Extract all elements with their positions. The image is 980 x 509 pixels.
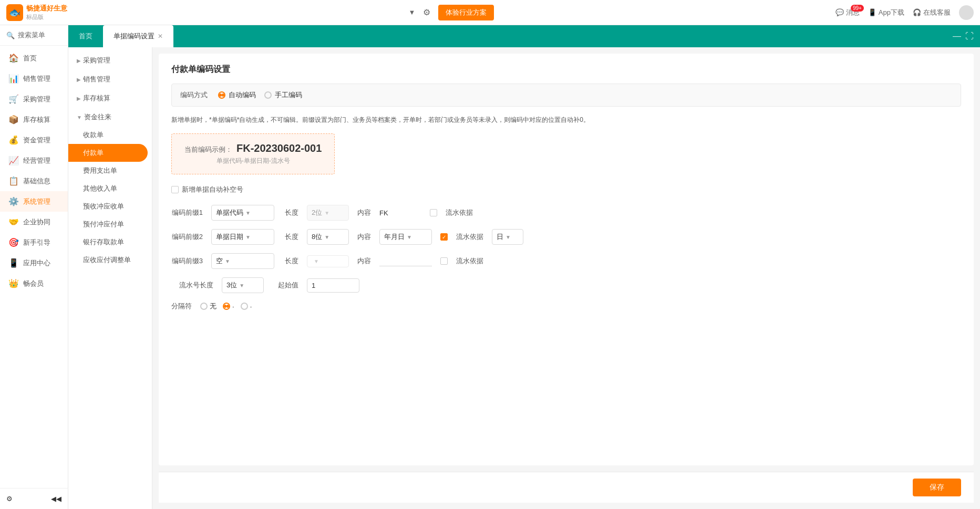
sub-sidebar: ▶ 采购管理 ▶ 销售管理 ▶ 库存核算 ▼ 资金往来 [68,47,152,509]
sub-nav-title-capital[interactable]: ▼ 资金往来 [68,108,152,126]
top-bar-center: ▼ ⚙ 体验行业方案 [408,5,494,20]
sidebar-item-guide[interactable]: 🎯 新手引导 [0,232,68,253]
period-select[interactable]: 日 ▼ [492,229,523,245]
settings-bottom-icon[interactable]: ⚙ [6,495,13,503]
main-panel: 付款单编码设置 编码方式 自动编码 手工编码 [159,54,974,465]
form-row-3: 编码前缀3 空 ▼ 长度 ▼ 内容 流水依据 [171,253,961,269]
sidebar-item-collab[interactable]: 🤝 企业协同 [0,212,68,232]
length2-select[interactable]: 8位 ▼ [307,229,349,245]
sep-radio-dot2[interactable] [241,303,248,310]
content-area: ▶ 采购管理 ▶ 销售管理 ▶ 库存核算 ▼ 资金往来 [68,47,980,509]
radio-manual-encoding[interactable]: 手工编码 [264,90,302,100]
arrow-right-icon-2: ▶ [77,77,81,82]
guide-icon: 🎯 [8,237,19,247]
sub-nav-title-purchase[interactable]: ▶ 采购管理 [68,51,152,69]
sidebar-item-inventory[interactable]: 📦 库存核算 [0,109,68,130]
sep-option-none[interactable]: 无 [200,302,216,311]
maximize-icon[interactable]: ⛶ [965,32,974,41]
sidebar-item-member[interactable]: 👑 畅会员 [0,273,68,294]
content2-select[interactable]: 年月日 ▼ [379,229,432,245]
sep-option-dot[interactable]: · [223,303,234,310]
prefix3-select[interactable]: 空 ▼ [211,253,274,269]
sidebar-item-base-info[interactable]: 📋 基础信息 [0,171,68,191]
chevron-down-icon-2: ▼ [324,210,329,216]
minimize-icon[interactable]: — [953,32,961,41]
app-download-item[interactable]: 📱 App下载 [868,8,904,17]
purchase-icon: 🛒 [8,94,19,104]
prefix1-select[interactable]: 单据代码 ▼ [211,205,274,221]
user-avatar[interactable] [959,5,974,20]
arrow-right-icon: ▶ [77,58,81,64]
sub-nav-item-payment[interactable]: 付款单 [68,144,148,162]
settings-icon[interactable]: ⚙ [419,5,434,20]
flow-checkbox-1[interactable] [430,209,437,216]
collapse-icon[interactable]: ◀◀ [51,495,61,503]
encoding-method-row: 编码方式 自动编码 手工编码 [171,84,961,107]
tab-encoding-settings[interactable]: 单据编码设置 ✕ [103,25,173,47]
start-value-input[interactable] [307,278,359,293]
logo-text: 畅捷通好生意 标品版 [26,4,67,20]
operation-icon: 📈 [8,155,19,165]
radio-auto-btn[interactable] [218,91,225,99]
app-icon: 📱 [868,8,876,16]
sidebar-item-purchase[interactable]: 🛒 采购管理 [0,89,68,109]
prefix2-select[interactable]: 单据日期 ▼ [211,229,274,245]
message-item[interactable]: 💬 消息 99+ [835,8,860,17]
sidebar-item-finance[interactable]: 💰 资金管理 [0,130,68,150]
arrow-right-icon-3: ▶ [77,96,81,101]
flow-length-select[interactable]: 3位 ▼ [222,277,264,293]
tabs-bar: 首页 单据编码设置 ✕ — ⛶ [68,25,980,47]
tab-close-icon[interactable]: ✕ [158,33,163,40]
chevron-down-icon: ▼ [245,210,251,216]
length1-select[interactable]: 2位 ▼ [307,205,349,221]
sales-icon: 📊 [8,74,19,84]
sub-nav-item-expense[interactable]: 费用支出单 [68,162,152,180]
sidebar-item-home[interactable]: 🏠 首页 [0,48,68,68]
chevron-down-icon-7: ▼ [225,258,230,264]
sub-nav-item-receipt[interactable]: 收款单 [68,126,152,144]
home-icon: 🏠 [8,53,19,63]
radio-auto-encoding[interactable]: 自动编码 [218,90,256,100]
sub-nav-group-sales: ▶ 销售管理 [68,70,152,88]
chevron-down-icon-6: ▼ [506,234,511,240]
sub-nav-item-adjustment[interactable]: 应收应付调整单 [68,251,152,269]
tabs-right: — ⛶ [953,32,980,41]
trial-button[interactable]: 体验行业方案 [438,5,494,20]
flow-length-row: 流水号长度 3位 ▼ 起始值 [171,277,961,293]
sub-nav-item-other-income[interactable]: 其他收入单 [68,180,152,198]
nav-list: 🏠 首页 📊 销售管理 🛒 采购管理 📦 库存核算 💰 资金管理 📈 经营管理 … [0,46,68,488]
code-example-sub: 单据代码-单据日期-流水号 [184,157,322,165]
info-text: 新增单据时，*单据编码*自动生成，不可编辑。前缀设置为部门、业务员等档案类，开单… [171,115,961,125]
search-menu[interactable]: 🔍 搜索菜单 [0,25,68,46]
sub-nav-title-sales[interactable]: ▶ 销售管理 [68,70,152,88]
separator-row: 分隔符 无 · [171,302,961,311]
base-info-icon: 📋 [8,176,19,186]
sub-nav-item-prepay-payable[interactable]: 预付冲应付单 [68,215,152,233]
online-service-item[interactable]: 🎧 在线客服 [913,8,951,17]
auto-fill-checkbox[interactable] [171,186,179,193]
flow-checkbox-2[interactable]: ✓ [440,233,448,241]
sidebar-item-sales[interactable]: 📊 销售管理 [0,68,68,89]
auto-fill-row: 新增单据自动补空号 [171,185,961,194]
radio-manual-btn[interactable] [264,91,272,99]
sidebar-item-system[interactable]: ⚙️ 系统管理 [0,191,68,212]
sep-option-dot2[interactable]: · [241,303,252,310]
sidebar: 🔍 搜索菜单 🏠 首页 📊 销售管理 🛒 采购管理 📦 库存核算 💰 资金管理 … [0,25,68,509]
sub-nav-item-bank[interactable]: 银行存取款单 [68,233,152,251]
sub-nav-item-prepay-receivable[interactable]: 预收冲应收单 [68,198,152,215]
length3-select[interactable]: ▼ [307,255,349,267]
sub-nav-title-inventory[interactable]: ▶ 库存核算 [68,89,152,107]
flow-checkbox-3[interactable] [440,257,448,265]
tab-home[interactable]: 首页 [68,25,103,47]
sidebar-item-app-center[interactable]: 📱 应用中心 [0,253,68,273]
sep-radio-none[interactable] [200,303,208,310]
sep-radio-dot[interactable] [223,303,230,310]
logo-area: 🐟 畅捷通好生意 标品版 [6,4,67,21]
sidebar-item-operation[interactable]: 📈 经营管理 [0,150,68,171]
nav-dropdown[interactable]: ▼ [408,8,415,16]
finance-icon: 💰 [8,135,19,145]
sub-nav-group-capital: ▼ 资金往来 收款单 付款单 费用支出单 其他收入单 预收冲应收单 预付冲应付单… [68,108,152,269]
save-button[interactable]: 保存 [913,479,961,496]
top-bar-left: 🐟 畅捷通好生意 标品版 [6,4,67,21]
separator-options: 无 · · [200,302,252,311]
